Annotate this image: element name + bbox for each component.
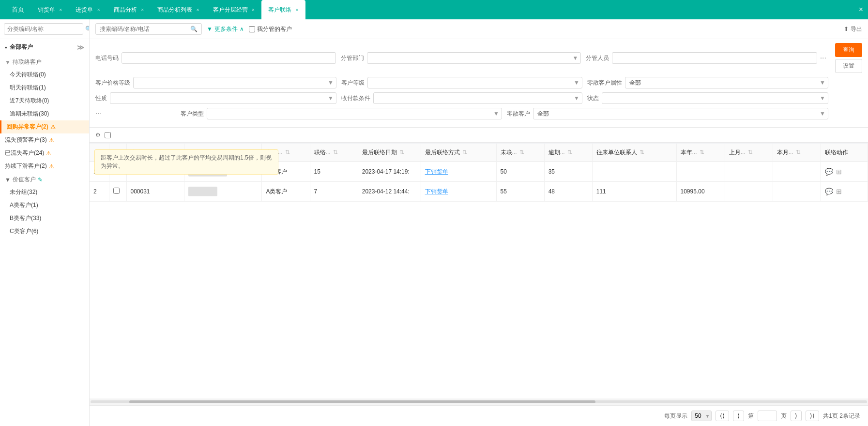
customer-type-field: 客户类型 ▼ [181, 108, 502, 119]
sort-icon7[interactable]: ⇅ [519, 149, 524, 156]
manager-input[interactable] [612, 52, 817, 64]
nav-purchase-order[interactable]: 进货单 × [69, 0, 107, 19]
dots-field: ··· [95, 110, 176, 118]
more-icon-2[interactable]: ⊞ [836, 188, 842, 195]
page-suffix: 页 [781, 412, 787, 420]
page-last-btn[interactable]: ⟩⟩ [806, 411, 819, 421]
sidebar-item-7days[interactable]: 近7天待联络(0) [0, 94, 89, 107]
nav-close-icon[interactable]: × [97, 0, 100, 19]
sidebar-item-tomorrow[interactable]: 明天待联络(1) [0, 81, 89, 94]
col-not-contacted: 未联... ⇅ [496, 144, 544, 162]
table-toolbar: ⚙ [90, 128, 868, 143]
sidebar-search-icon[interactable]: 🔍 [85, 26, 90, 32]
retail-customer-field: 零散客户 全部 ▼ [507, 108, 828, 119]
page-size-select[interactable]: 50 [691, 411, 712, 421]
price-level-select[interactable] [133, 77, 336, 88]
nav-product-analysis[interactable]: 商品分析 × [107, 0, 151, 19]
sort-icon5[interactable]: ⇅ [399, 149, 404, 156]
nav-customer-contact[interactable]: 客户联络 × [261, 0, 305, 19]
gear-icon[interactable]: ⚙ [95, 132, 101, 138]
more-conditions-btn[interactable]: ▼ 更多条件 ∧ [207, 25, 244, 33]
group-arrow-icon: ▼ [5, 59, 11, 66]
last-method-link-1[interactable]: 下销货单 [425, 168, 448, 175]
main-search-input[interactable] [100, 26, 190, 32]
col-last-month: 上月... ⇅ [725, 144, 773, 162]
status-select[interactable] [602, 92, 828, 104]
payment-select[interactable] [373, 92, 582, 104]
sort-icon12[interactable]: ⇅ [796, 149, 801, 156]
sidebar-item-overdue[interactable]: 逾期未联络(30) [0, 107, 89, 120]
sort-icon11[interactable]: ⇅ [748, 149, 753, 156]
sort-icon6[interactable]: ⇅ [462, 149, 467, 156]
sidebar-item-class-a[interactable]: A类客户(1) [0, 199, 89, 212]
sidebar-group-pending-title[interactable]: ▼ 待联络客户 [0, 55, 89, 68]
nav-close-icon[interactable]: × [295, 0, 298, 19]
sidebar-item-churn-warning[interactable]: 流失预警客户(3) ⚠ [0, 133, 89, 147]
sidebar-item-declining[interactable]: 持续下滑客户(2) ⚠ [0, 160, 89, 173]
contact-icon-2[interactable]: 💬 [825, 188, 833, 195]
nav-close-icon[interactable]: × [59, 0, 62, 19]
sidebar-item-repurchase-anomaly[interactable]: 回购异常客户(2) ⚠ [0, 120, 89, 133]
search-icon[interactable]: 🔍 [190, 26, 198, 32]
sidebar-group2-title[interactable]: ▼ 价值客户 ✎ [0, 173, 89, 186]
gender-select[interactable] [110, 92, 336, 104]
retail-attr-label: 零散客户属性 [587, 79, 622, 87]
nav-product-analysis-list[interactable]: 商品分析列表 × [151, 0, 206, 19]
page-prev-btn[interactable]: ⟨ [733, 411, 744, 421]
nav-close-icon[interactable]: × [141, 0, 144, 19]
retail-customer-select[interactable]: 全部 [533, 108, 828, 119]
cell-last-method-2: 下销货单 [421, 182, 496, 202]
export-btn[interactable]: ⬆ 导出 [844, 25, 862, 33]
query-button[interactable]: 查询 [835, 43, 862, 57]
nav-customer-segmentation[interactable]: 客户分层经营 × [206, 0, 261, 19]
sort-icon8[interactable]: ⇅ [567, 149, 572, 156]
sidebar-item-today[interactable]: 今天待联络(0) [0, 68, 89, 81]
cell-action-1: 💬 ⊞ [821, 162, 868, 182]
my-customers-checkbox[interactable] [249, 26, 255, 32]
more-icon-1[interactable]: ⊞ [836, 168, 842, 176]
warning-icon2: ⚠ [46, 150, 51, 157]
dots-icon[interactable]: ··· [820, 54, 826, 62]
customer-type-select[interactable] [207, 108, 502, 119]
filter-row-3: 性质 ▼ 收付款条件 ▼ 状态 [95, 92, 862, 104]
sidebar-item-unclassified[interactable]: 未分组(32) [0, 186, 89, 199]
dots-icon2[interactable]: ··· [95, 110, 102, 118]
sort-icon4[interactable]: ⇅ [333, 149, 338, 156]
sort-icon3[interactable]: ⇅ [285, 149, 290, 156]
scrollbar-thumb[interactable] [129, 400, 595, 403]
sidebar-item-churned[interactable]: 已流失客户(24) ⚠ [0, 147, 89, 160]
sidebar-item-class-c[interactable]: C类客户(6) [0, 225, 89, 238]
edit-icon[interactable]: ✎ [38, 176, 43, 183]
page-first-btn[interactable]: ⟨⟨ [716, 411, 729, 421]
select-all-checkbox[interactable] [105, 132, 111, 138]
table-row: 2 000031 A类客户 7 2023-04-12 14:44: 下销货单 5… [90, 182, 868, 202]
page-input[interactable]: 1 [758, 411, 777, 421]
window-close-icon[interactable]: × [859, 5, 863, 14]
last-method-link-2[interactable]: 下销货单 [425, 188, 448, 195]
nav-close-icon[interactable]: × [196, 0, 199, 19]
customer-level-select[interactable] [367, 77, 582, 88]
setting-button[interactable]: 设置 [835, 59, 862, 73]
sidebar-item-class-b[interactable]: B类客户(33) [0, 212, 89, 225]
cell-associated-2: 111 [592, 182, 676, 202]
nav-close-icon[interactable]: × [252, 0, 255, 19]
sidebar-search-input[interactable] [4, 23, 83, 35]
col-last-method: 最后联络方式 ⇅ [421, 144, 496, 162]
sidebar-collapse-icon[interactable]: ≫ [77, 44, 84, 51]
cell-overdue-1: 35 [544, 162, 592, 182]
horizontal-scrollbar[interactable] [90, 398, 868, 405]
nav-home[interactable]: 首页 [5, 0, 31, 19]
sidebar-search-area: 🔍 [0, 19, 89, 39]
cell-name-2 [184, 182, 262, 202]
cell-contacts-2: 7 [310, 182, 358, 202]
sort-icon9[interactable]: ⇅ [640, 149, 644, 156]
sort-icon10[interactable]: ⇅ [700, 149, 704, 156]
page-next-btn[interactable]: ⟩ [791, 411, 802, 421]
nav-sales-order[interactable]: 销货单 × [31, 0, 69, 19]
retail-attr-select[interactable]: 全部 [625, 77, 828, 88]
row-checkbox-2[interactable] [113, 188, 120, 194]
phone-input[interactable] [122, 52, 336, 64]
contact-icon-1[interactable]: 💬 [825, 168, 833, 176]
dept-select[interactable] [367, 52, 581, 64]
phone-label: 电话号码 [95, 54, 119, 62]
